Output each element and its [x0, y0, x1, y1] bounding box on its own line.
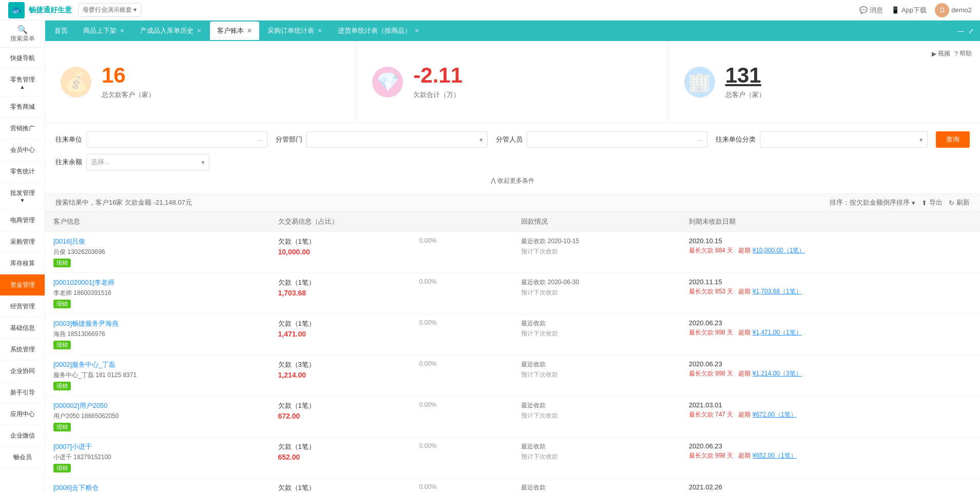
export-action[interactable]: ⬆ 导出	[921, 198, 943, 207]
customer-name-0[interactable]: [0016]吕俊	[53, 237, 262, 246]
logo-area: 🐟 畅捷通好生意	[8, 2, 72, 18]
recovery-date-4: 最近收款	[521, 401, 672, 410]
filter-input-person[interactable]: ···	[527, 131, 708, 148]
tab-close-product-list[interactable]: ✕	[120, 27, 125, 34]
collapse-more-conditions[interactable]: ⋀ 收起更多条件	[55, 176, 970, 185]
next-collection-3: 预计下次收款	[521, 370, 672, 379]
video-action[interactable]: ▶ 视频	[932, 49, 950, 58]
cell-recovery-1: 最近收款 2020-06-30 预计下次收款	[513, 273, 680, 314]
customer-name-2[interactable]: [0003]畅捷服务尹海燕	[53, 319, 262, 328]
overdue-amount-4[interactable]: ¥672.00（1笔）	[753, 411, 797, 418]
card3-number: 131	[725, 65, 765, 86]
debt-count-1: 欠款（1笔）	[278, 278, 382, 287]
tab-production-history[interactable]: 产成品入库单历史 ✕	[133, 22, 209, 40]
table-container: 客户信息 欠交易信息（占比） 回款情况 到期未收款日期 [0016]吕俊 吕俊 …	[45, 212, 980, 493]
sidebar-item-member[interactable]: 会员中心	[0, 140, 45, 161]
debt-amount-3: 1,214.00	[278, 371, 382, 379]
tab-customer-account[interactable]: 客户账本 ✕	[210, 22, 259, 40]
sidebar-item-quick-nav[interactable]: 快捷导航	[0, 48, 45, 69]
customer-contact-4: 用户2050 18665062050	[53, 412, 262, 421]
message-action[interactable]: 💬 消息	[859, 6, 883, 15]
export-icon: ⬆	[921, 199, 927, 207]
message-icon: 💬	[859, 6, 868, 14]
sidebar-item-batch[interactable]: 批发管理 ▼	[0, 183, 45, 210]
sidebar-item-ecommerce[interactable]: 电商管理	[0, 210, 45, 231]
overdue-info-2: 最长欠款 998 天 超期 ¥1,471.00（1笔）	[689, 328, 972, 337]
customer-name-3[interactable]: [0002]服务中心_丁磊	[53, 360, 262, 369]
filter-row-1: 往来单位 ··· 分管部门 ▾ 分管人员	[55, 131, 970, 148]
filter-field-category: 往来单位分类 ▾	[716, 131, 928, 148]
sidebar-search-label: 搜索菜单	[4, 34, 41, 43]
sidebar-item-enterprise[interactable]: 企业协同	[0, 361, 45, 382]
cell-customer-info-6: [0006]去下粮仓 陈小希 现销	[45, 478, 270, 494]
tab-home[interactable]: 首页	[47, 22, 75, 40]
sidebar-item-retail-manage[interactable]: 零售管理 ▲	[0, 69, 45, 96]
filter-select-dept[interactable]: ▾	[306, 131, 488, 148]
tab-close-production-history[interactable]: ✕	[197, 27, 202, 34]
filter-select-category[interactable]: ▾	[760, 131, 928, 148]
cell-due-date-2: 2020.06.23 最长欠款 998 天 超期 ¥1,471.00（1笔）	[681, 314, 980, 355]
card1-number: 16	[102, 65, 155, 86]
tab-close-goods-stats[interactable]: ✕	[414, 27, 419, 34]
sidebar-item-finance[interactable]: 资金管理	[0, 274, 45, 296]
sidebar-item-retail-store[interactable]: 零售商城	[0, 96, 45, 118]
card3-icon: 🏢	[684, 67, 715, 97]
card1-icon: 💰	[61, 67, 91, 97]
sidebar-item-marketing[interactable]: 营销推广	[0, 118, 45, 140]
sidebar-item-operations[interactable]: 经营管理	[0, 296, 45, 318]
overdue-amount-5[interactable]: ¥652.00（1笔）	[753, 452, 797, 459]
sidebar-item-app-center[interactable]: 应用中心	[0, 404, 45, 425]
filter-input-unit[interactable]: ···	[86, 131, 267, 148]
tabs-maximize[interactable]: ⤢	[968, 27, 974, 35]
customer-tag-1: 现销	[53, 300, 71, 308]
customer-name-5[interactable]: [0007]小迸千	[53, 442, 262, 451]
cell-due-date-1: 2020.11.15 最长欠款 853 天 超期 ¥1,703.68（1笔）	[681, 273, 980, 314]
sidebar-item-wechat[interactable]: 企业微信	[0, 425, 45, 447]
tab-close-customer-account[interactable]: ✕	[247, 27, 252, 34]
overdue-label-4: 超期	[738, 411, 751, 418]
tab-purchase-stats[interactable]: 采购订单统计表 ✕	[260, 22, 330, 40]
sidebar-item-system[interactable]: 系统管理	[0, 339, 45, 361]
cell-customer-info-5: [0007]小迸千 小迸千 18279152100 现销	[45, 437, 270, 478]
debt-percent-6: 0.00%	[419, 483, 505, 490]
sidebar-item-inventory[interactable]: 库存核算	[0, 253, 45, 274]
sidebar-item-retail-stats[interactable]: 零售统计	[0, 161, 45, 183]
refresh-icon: ↻	[949, 199, 954, 207]
tab-close-purchase-stats[interactable]: ✕	[317, 27, 322, 34]
overdue-info-3: 最长欠款 998 天 超期 ¥1,214.00（3笔）	[689, 369, 972, 378]
tab-goods-stats[interactable]: 进货单统计表（按商品） ✕	[331, 22, 427, 40]
sidebar-search[interactable]: 🔍 搜索菜单	[0, 21, 45, 48]
tab-product-list[interactable]: 商品上下架 ✕	[76, 22, 132, 40]
customer-contact-5: 小迸千 18279152100	[53, 453, 262, 462]
query-button[interactable]: 查询	[936, 131, 970, 148]
cell-debt-info-3: 欠款（3笔） 1,214.00	[270, 355, 391, 396]
filter-select-balance[interactable]: 选择... ▾	[86, 154, 209, 170]
help-action[interactable]: ? 帮助	[954, 49, 972, 58]
overdue-amount-1[interactable]: ¥1,703.68（1笔）	[753, 288, 802, 295]
customer-name-1[interactable]: [0001020001]李老师	[53, 278, 262, 287]
tabs-minimize[interactable]: —	[957, 27, 964, 35]
col-header-due-date: 到期未收款日期	[681, 212, 980, 232]
card1-label: 总欠款客户（家）	[102, 90, 155, 100]
card3-label: 总客户（家）	[725, 90, 765, 100]
refresh-action[interactable]: ↻ 刷新	[949, 198, 970, 207]
sidebar-item-vip[interactable]: 畅会员	[0, 447, 45, 468]
app-download-action[interactable]: 📱 App下载	[891, 6, 927, 15]
summary-card-debt-total: 💎 -2.11 欠款合计（万）	[357, 41, 668, 123]
user-avatar[interactable]: D demo2	[935, 3, 972, 17]
overdue-amount-2[interactable]: ¥1,471.00（1笔）	[753, 329, 802, 336]
sidebar-item-purchase[interactable]: 采购管理	[0, 231, 45, 253]
cell-recovery-3: 最近收款 预计下次收款	[513, 355, 680, 396]
overdue-amount-3[interactable]: ¥1,214.00（3笔）	[753, 370, 802, 377]
customer-name-4[interactable]: [000002]用户2050	[53, 401, 262, 410]
cell-due-date-0: 2020.10.15 最长欠款 884 天 超期 ¥10,000.00（1笔）	[681, 232, 980, 273]
next-collection-4: 预计下次收款	[521, 411, 672, 420]
card2-icon: 💎	[372, 67, 403, 97]
overdue-amount-0[interactable]: ¥10,000.00（1笔）	[753, 247, 805, 254]
filter-label-category: 往来单位分类	[716, 135, 756, 144]
customer-name-6[interactable]: [0006]去下粮仓	[53, 483, 262, 492]
sort-action[interactable]: 排序：按欠款金额倒序排序 ▾	[830, 198, 915, 207]
sidebar-item-basic[interactable]: 基础信息	[0, 318, 45, 339]
sidebar-item-newbie[interactable]: 新手引导	[0, 382, 45, 404]
company-selector[interactable]: 母婴行业演示账套 ▾	[78, 3, 141, 17]
